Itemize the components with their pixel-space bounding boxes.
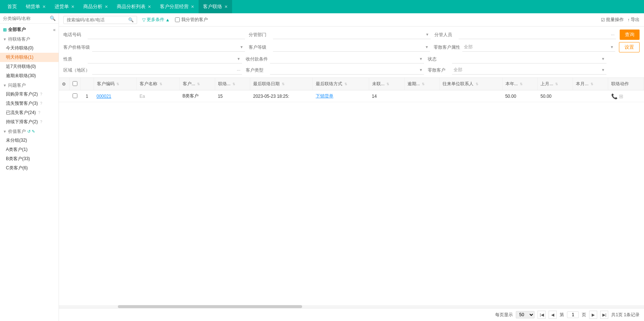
sidebar-item-churn-warning[interactable]: 流失预警客户(3) ? <box>0 99 59 108</box>
sidebar-item-class-a[interactable]: A类客户(1) <box>0 145 59 154</box>
page-number-input[interactable] <box>567 311 579 318</box>
row-last-method[interactable]: 下销货单 <box>313 90 369 102</box>
collapse-icon[interactable]: « <box>53 27 56 32</box>
nav-customer-tiering[interactable]: 客户分层经营 ✕ <box>155 0 199 13</box>
chevron-down-icon-retail: ▼ <box>610 45 614 49</box>
nav-purchase-order[interactable]: 进货单 ✕ <box>50 0 79 13</box>
retail-attr-select[interactable]: 全部 ▼ <box>462 43 615 52</box>
batch-operations-button[interactable]: ☑ 批量操作 <box>601 17 624 23</box>
sort-icon-date: ⇅ <box>282 82 285 86</box>
close-product-list-icon[interactable]: ✕ <box>148 4 151 9</box>
th-this-year[interactable]: 本年... ⇅ <box>502 78 538 90</box>
settings-button[interactable]: 设置 <box>619 42 640 52</box>
th-code[interactable]: 客户编码 ⇅ <box>94 78 137 90</box>
next-page-button[interactable]: ▶ <box>589 311 597 319</box>
nav-customer-contact[interactable]: 客户联络 ✕ <box>199 0 232 13</box>
row-contact-count: 15 <box>215 90 250 102</box>
th-contact[interactable]: 联络... ⇅ <box>215 78 250 90</box>
retail-customer-select[interactable]: 全部 ▼ <box>452 66 606 75</box>
sidebar-item-overdue[interactable]: 逾期未联络(30) <box>0 71 59 80</box>
sidebar-item-class-b[interactable]: B类客户(33) <box>0 154 59 163</box>
sort-icon-contact: ⇅ <box>232 82 235 86</box>
th-type[interactable]: 客户... ⇅ <box>179 78 215 90</box>
phone-action-icon[interactable]: 📞 <box>611 93 617 99</box>
manager-select[interactable]: ··· <box>459 30 616 39</box>
group-problem-customers[interactable]: ▼ 问题客户 <box>0 80 59 90</box>
row-no-contact-days: 14 <box>369 90 404 102</box>
customer-level-select[interactable]: ▼ <box>273 43 430 52</box>
grid-action-icon[interactable]: ⊞ <box>619 93 623 99</box>
sort-icon-type: ⇅ <box>197 82 200 86</box>
filter-row-1: 电话号码 分管部门 ▼ 分管人员 ··· 查 <box>63 30 640 40</box>
col-gear[interactable]: ⚙ <box>59 78 69 90</box>
th-last-contact-method[interactable]: 最后联络方式 ⇅ <box>313 78 369 90</box>
row-checkbox[interactable] <box>73 93 77 98</box>
phone-input[interactable] <box>88 30 245 39</box>
main-search-input[interactable] <box>67 17 128 23</box>
dept-select[interactable]: ▼ <box>273 30 430 39</box>
my-customers-checkbox[interactable]: 我分管的客户 <box>175 17 208 23</box>
close-purchase-order-icon[interactable]: ✕ <box>71 4 74 9</box>
first-page-button[interactable]: |◀ <box>538 311 546 319</box>
nav-home[interactable]: 首页 <box>3 0 21 13</box>
sidebar-item-7days[interactable]: 近7天待联络(0) <box>0 62 59 71</box>
all-customers-header[interactable]: ⊞ 全部客户 « <box>0 24 59 34</box>
sidebar-search-icon[interactable]: 🔍 <box>50 15 56 21</box>
customer-type-select[interactable]: ▼ <box>270 66 424 75</box>
th-contacts[interactable]: 往来单位联系人 ⇅ <box>440 78 502 90</box>
group-pending-contact[interactable]: ▼ 待联络客户 <box>0 34 59 44</box>
nav-product-analysis-list[interactable]: 商品分析列表 ✕ <box>112 0 155 13</box>
col-check[interactable] <box>69 78 80 90</box>
sidebar-search-input[interactable] <box>3 16 50 21</box>
th-overdue[interactable]: 逾期... ⇅ <box>404 78 440 90</box>
select-all-checkbox[interactable] <box>73 81 77 86</box>
customer-price-select[interactable]: ▼ <box>92 43 245 52</box>
th-last-month[interactable]: 上月... ⇅ <box>538 78 573 90</box>
sidebar-item-churned[interactable]: 已流失客户(24) ? <box>0 108 59 117</box>
sidebar-item-ungrouped[interactable]: 未分组(32) <box>0 136 59 145</box>
nav-product-analysis[interactable]: 商品分析 ✕ <box>79 0 112 13</box>
main-search-icon[interactable]: 🔍 <box>128 17 134 23</box>
sidebar-item-today[interactable]: 今天待联络(0) <box>0 44 59 53</box>
action-icons: 📞 ⊞ <box>611 93 641 99</box>
nav-sales-order[interactable]: 销货单 ✕ <box>21 0 50 13</box>
th-this-month[interactable]: 本月... ⇅ <box>573 78 608 90</box>
group-value-customers[interactable]: ▼ 价值客户 ↺ ✎ <box>0 127 59 136</box>
last-page-button[interactable]: ▶| <box>600 311 608 319</box>
total-records: 共1页 1条记录 <box>611 312 640 318</box>
chevron-up-icon: ▲ <box>165 17 170 23</box>
th-last-contact-date[interactable]: 最后联络日期 ⇅ <box>250 78 313 90</box>
close-product-analysis-icon[interactable]: ✕ <box>105 4 108 9</box>
sidebar-item-tomorrow[interactable]: 明天待联络(1) <box>0 53 59 62</box>
arrow-down-icon: ▼ <box>3 37 7 41</box>
edit-icon[interactable]: ✎ <box>32 129 35 134</box>
prev-page-button[interactable]: ◀ <box>549 311 557 319</box>
nature-select[interactable]: ▼ <box>88 55 242 63</box>
close-sales-order-icon[interactable]: ✕ <box>42 4 46 9</box>
sort-icon-method: ⇅ <box>344 82 347 86</box>
row-overdue <box>404 90 440 102</box>
refresh-icon[interactable]: ↺ <box>27 129 31 134</box>
sidebar-item-purchase-anomaly[interactable]: 回购异常客户(2) ? <box>0 90 59 99</box>
export-button[interactable]: ↑ 导出 <box>627 17 640 23</box>
th-no-contact[interactable]: 未联... ⇅ <box>369 78 404 90</box>
query-button[interactable]: 查询 <box>620 30 640 40</box>
sidebar-item-declining[interactable]: 持续下滑客户(2) ? <box>0 117 59 127</box>
row-code[interactable]: 000021 <box>94 90 137 102</box>
row-no: 1 <box>80 90 94 102</box>
dept-field: 分管部门 ▼ <box>249 30 430 39</box>
sidebar-item-class-c[interactable]: C类客户(6) <box>0 163 59 173</box>
status-select[interactable]: ▼ <box>452 55 606 63</box>
my-customers-check[interactable] <box>175 17 180 22</box>
horizontal-scrollbar[interactable] <box>59 305 644 308</box>
toolbar-right: ☑ 批量操作 ↑ 导出 <box>601 17 640 23</box>
more-filters-button[interactable]: ▽ 更多条件 ▲ <box>140 15 172 24</box>
scrollbar-thumb[interactable] <box>118 305 302 308</box>
page-size-select[interactable]: 10 20 50 100 <box>516 311 535 318</box>
row-check[interactable] <box>69 90 80 102</box>
close-customer-contact-icon[interactable]: ✕ <box>224 4 228 9</box>
payment-select[interactable]: ▼ <box>270 55 424 63</box>
region-select[interactable]: ··· <box>92 66 242 75</box>
th-name[interactable]: 客户名称 ⇅ <box>137 78 180 90</box>
close-customer-tiering-icon[interactable]: ✕ <box>191 4 194 9</box>
